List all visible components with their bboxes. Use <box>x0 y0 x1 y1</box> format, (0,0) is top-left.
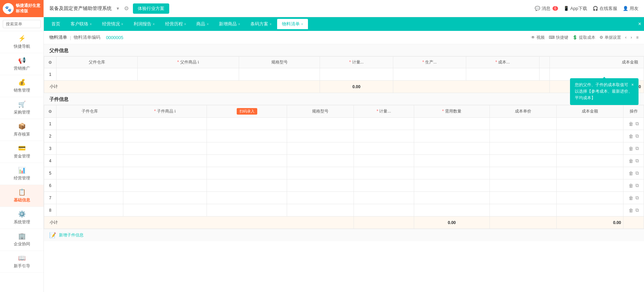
parent-col-warehouse: 父件仓库 <box>57 57 138 68</box>
copy-row4-icon[interactable]: ⧉ <box>635 158 639 164</box>
add-row-label[interactable]: 新增子件信息 <box>59 232 84 238</box>
nav-next-icon[interactable]: › <box>631 35 632 40</box>
delete-row2-icon[interactable]: 🗑 <box>629 133 633 139</box>
delete-row5-icon[interactable]: 🗑 <box>629 171 633 176</box>
child-row1-warehouse[interactable] <box>57 118 123 130</box>
child-row2-unit[interactable] <box>354 130 414 142</box>
child-row3-qty[interactable] <box>414 142 490 155</box>
settings-icon[interactable]: ⚙ <box>124 5 129 12</box>
child-row3-spec[interactable] <box>287 142 354 155</box>
sidebar-item-system[interactable]: ⚙️ 系统管理 <box>0 207 44 229</box>
child-row3-goods[interactable] <box>123 142 207 155</box>
doc-settings-button[interactable]: ⚙ 单据设置 <box>599 35 621 40</box>
sidebar-item-inventory[interactable]: 📦 库存核算 <box>0 119 44 141</box>
tab-home[interactable]: 首页 <box>47 19 65 29</box>
child-subtotal-unit-price <box>490 217 556 229</box>
parent-spec-cell[interactable] <box>239 68 320 81</box>
copy-row5-icon[interactable]: ⧉ <box>635 170 639 176</box>
scan-input-button[interactable]: 扫码录入 <box>237 108 257 115</box>
tooltip-close-button[interactable]: × <box>631 82 634 88</box>
copy-row1-icon[interactable]: ⧉ <box>635 121 639 127</box>
copy-row6-icon[interactable]: ⧉ <box>635 183 639 188</box>
search-input[interactable] <box>3 20 41 28</box>
messages-button[interactable]: 💬 消息 6 <box>535 5 558 12</box>
delete-row7-icon[interactable]: 🗑 <box>629 195 633 201</box>
child-row3-unit-price[interactable] <box>490 142 556 155</box>
tab-new-goods-close[interactable]: × <box>238 22 240 26</box>
tab-new-goods[interactable]: 新增商品 × <box>214 19 245 29</box>
tab-profit[interactable]: 利润报告 × <box>129 19 160 29</box>
copy-row3-icon[interactable]: ⧉ <box>635 145 639 151</box>
tab-bom[interactable]: 物料清单 × <box>277 19 308 29</box>
topbar: 装备及固定资产辅助管理系统 ▼ ⚙ 体验行业方案 💬 消息 6 📱 App下载 … <box>44 0 644 17</box>
copy-row7-icon[interactable]: ⧉ <box>635 195 639 201</box>
copy-row2-icon[interactable]: ⧉ <box>635 133 639 139</box>
child-row1-unit[interactable] <box>354 118 414 130</box>
online-service-button[interactable]: 🎧 在线客服 <box>593 5 617 12</box>
delete-row8-icon[interactable]: 🗑 <box>629 208 633 213</box>
sidebar-item-finance[interactable]: 💳 资金管理 <box>0 141 44 163</box>
tab-goods-close[interactable]: × <box>207 22 209 26</box>
parent-sort-cell <box>539 68 549 81</box>
child-row2-goods[interactable] <box>123 130 207 142</box>
tab-history[interactable]: 经营历程 × <box>160 19 191 29</box>
sidebar: 🐾 畅捷通好生意 标准版 ⚡ 快捷导航 📢 营销推广 💰 销售管理 🛒 采购管理… <box>0 0 44 292</box>
child-row3-warehouse[interactable] <box>57 142 123 155</box>
child-col-settings[interactable]: ⚙ <box>44 105 57 118</box>
close-all-tabs[interactable]: × <box>638 21 641 27</box>
sidebar-item-operations[interactable]: 📊 经营管理 <box>0 163 44 185</box>
tab-operations[interactable]: 经营情况 × <box>97 19 128 29</box>
delete-row1-icon[interactable]: 🗑 <box>629 121 633 127</box>
parent-production-cell[interactable] <box>393 68 466 81</box>
tab-bom-close[interactable]: × <box>301 22 303 26</box>
child-row2-warehouse[interactable] <box>57 130 123 142</box>
child-row2-qty[interactable] <box>414 130 490 142</box>
delete-row6-icon[interactable]: 🗑 <box>629 183 633 188</box>
sidebar-item-sales[interactable]: 💰 销售管理 <box>0 75 44 97</box>
parent-cost-cell[interactable] <box>466 68 539 81</box>
system-icon: ⚙️ <box>18 210 26 218</box>
parent-col-settings[interactable]: ⚙ <box>44 57 57 68</box>
child-row: 8 🗑 ⧉ <box>44 204 644 217</box>
extract-cost-button[interactable]: 💲 提取成本 <box>572 35 595 40</box>
parent-unit-cell[interactable] <box>320 68 393 81</box>
tab-barcode[interactable]: 条码方案 × <box>246 19 276 29</box>
child-row: 3 🗑 ⧉ <box>44 142 644 155</box>
sidebar-item-quick-nav[interactable]: ⚡ 快捷导航 <box>0 31 44 53</box>
grid-view-icon[interactable]: ≡ <box>636 35 639 40</box>
child-row1-goods[interactable] <box>123 118 207 130</box>
parent-subtotal-empty <box>393 81 549 93</box>
tab-profit-close[interactable]: × <box>153 22 155 26</box>
tab-history-close[interactable]: × <box>184 22 186 26</box>
child-row1-spec[interactable] <box>287 118 354 130</box>
add-row-icon: 📝 <box>49 232 56 238</box>
sidebar-item-enterprise[interactable]: 🏢 企业协同 <box>0 229 44 251</box>
sidebar-item-guide[interactable]: 📖 新手引导 <box>0 251 44 273</box>
child-row2-unit-price[interactable] <box>490 130 556 142</box>
delete-row4-icon[interactable]: 🗑 <box>629 158 633 164</box>
child-row2-spec[interactable] <box>287 130 354 142</box>
child-row3-unit[interactable] <box>354 142 414 155</box>
trial-button[interactable]: 体验行业方案 <box>133 3 169 14</box>
tab-operations-close[interactable]: × <box>121 22 123 26</box>
tab-customer[interactable]: 客户联络 × <box>66 19 97 29</box>
nav-prev-icon[interactable]: ‹ <box>625 35 627 40</box>
child-row1-qty[interactable] <box>414 118 490 130</box>
sidebar-item-basic-info[interactable]: 📋 基础信息 <box>0 185 44 207</box>
tab-customer-close[interactable]: × <box>90 22 92 26</box>
copy-row8-icon[interactable]: ⧉ <box>635 207 639 213</box>
dropdown-arrow-icon[interactable]: ▼ <box>116 6 120 11</box>
shortcut-button[interactable]: ⌨ 快捷键 <box>549 35 568 40</box>
user-menu[interactable]: 👤 用友 <box>623 5 639 12</box>
tab-goods[interactable]: 商品 × <box>191 19 213 29</box>
tab-barcode-close[interactable]: × <box>270 22 272 26</box>
delete-row3-icon[interactable]: 🗑 <box>629 146 633 151</box>
view-video-button[interactable]: 👁 视频 <box>531 35 545 40</box>
parent-goods-cell[interactable] <box>137 68 239 81</box>
app-download-button[interactable]: 📱 App下载 <box>564 5 587 12</box>
child-subtotal-qty: 0.00 <box>414 217 490 229</box>
sidebar-item-purchase[interactable]: 🛒 采购管理 <box>0 97 44 119</box>
sidebar-item-marketing[interactable]: 📢 营销推广 <box>0 53 44 75</box>
parent-warehouse-cell[interactable] <box>57 68 138 81</box>
child-row1-unit-price[interactable] <box>490 118 556 130</box>
